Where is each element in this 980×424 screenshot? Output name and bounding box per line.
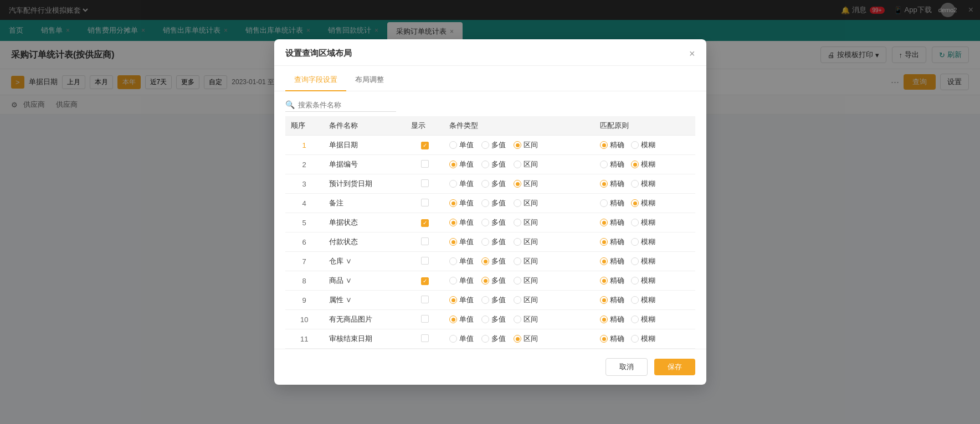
condition-search-input[interactable]	[298, 101, 387, 109]
tab-layout-label: 布局调整	[355, 75, 384, 84]
dialog-title: 设置查询区域布局	[285, 48, 352, 59]
dialog-tabs: 查询字段设置 布局调整	[274, 66, 706, 91]
dialog-header: 设置查询区域布局 ×	[274, 39, 706, 66]
dialog-search-area: 🔍	[274, 91, 706, 115]
dialog-overlay: 设置查询区域布局 × 查询字段设置 布局调整 🔍 顺序	[0, 0, 980, 115]
tab-layout[interactable]: 布局调整	[346, 71, 393, 91]
tab-query-fields[interactable]: 查询字段设置	[285, 71, 346, 91]
tab-query-fields-label: 查询字段设置	[294, 75, 337, 84]
search-input-wrap: 🔍	[285, 98, 396, 112]
settings-dialog: 设置查询区域布局 × 查询字段设置 布局调整 🔍 顺序	[274, 39, 706, 115]
dialog-close-btn[interactable]: ×	[689, 49, 695, 59]
search-icon: 🔍	[285, 100, 295, 109]
